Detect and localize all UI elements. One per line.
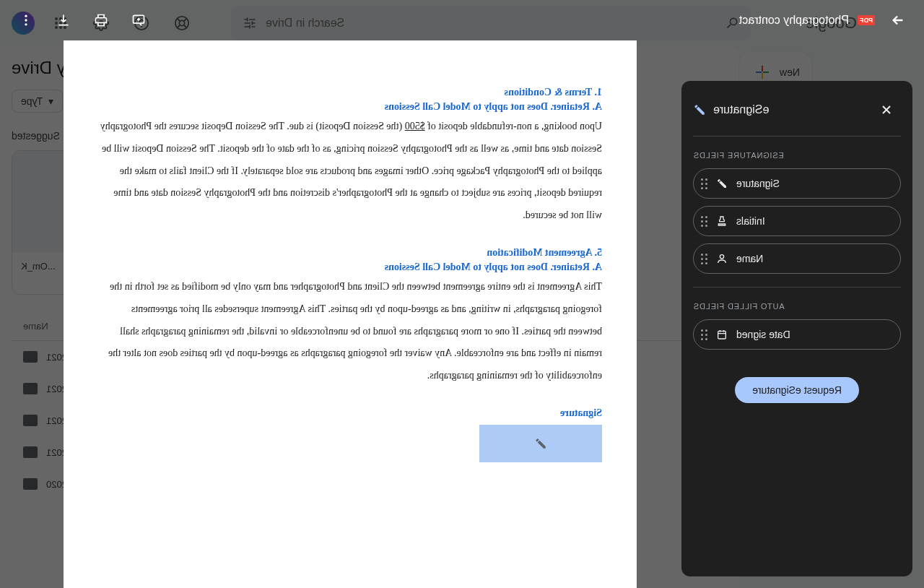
doc-heading: 5. Agreement Modification — [98, 247, 602, 259]
drag-handle-icon[interactable] — [701, 178, 707, 189]
section-label: ESIGNATURE FIELDS — [693, 151, 901, 160]
drag-handle-icon[interactable] — [701, 254, 707, 264]
drag-handle-icon[interactable] — [701, 216, 707, 227]
section-label: AUTO FILLED FIELDS — [693, 302, 901, 311]
more-icon[interactable] — [12, 6, 40, 35]
svg-rect-25 — [718, 331, 726, 339]
signature-field-placeholder[interactable] — [479, 425, 602, 462]
pdf-badge: PDF — [858, 15, 875, 25]
pen-icon — [534, 437, 547, 450]
doc-paragraph: Upon booking, a non-refundable deposit o… — [98, 116, 602, 227]
doc-subheading: A. Retainer. Does not apply to Model Cal… — [98, 101, 602, 113]
signature-label: Signature — [98, 407, 602, 419]
pdf-viewer: Photography contract PDF 1. Terms & Cond… — [0, 0, 924, 588]
panel-title: eSignature — [713, 103, 769, 116]
request-esignature-button[interactable]: Request eSignature — [735, 377, 859, 403]
doc-heading: 1. Terms & Conditions — [98, 87, 602, 98]
person-icon — [716, 253, 728, 264]
stamp-icon — [716, 215, 728, 227]
close-icon[interactable] — [872, 95, 901, 124]
viewer-title: Photography contract — [739, 14, 849, 27]
field-name[interactable]: Name — [693, 243, 901, 274]
svg-point-22 — [25, 23, 27, 25]
field-signature[interactable]: Signature — [693, 168, 901, 199]
pen-icon — [716, 178, 728, 189]
svg-point-24 — [720, 255, 723, 259]
esignature-panel: eSignature ESIGNATURE FIELDS Signature I… — [681, 81, 912, 576]
add-comment-icon[interactable] — [124, 6, 153, 35]
document-page: 1. Terms & Conditions A. Retainer. Does … — [64, 40, 637, 588]
svg-point-20 — [25, 15, 27, 17]
back-icon[interactable] — [884, 6, 912, 35]
pen-icon — [693, 103, 706, 116]
svg-point-21 — [25, 19, 27, 21]
drag-handle-icon[interactable] — [701, 329, 707, 340]
download-icon[interactable] — [49, 6, 78, 35]
viewer-header: Photography contract PDF — [0, 0, 924, 40]
doc-subheading: A. Retainer. Does not apply to Model Cal… — [98, 261, 602, 273]
field-initials[interactable]: Initials — [693, 206, 901, 236]
print-icon[interactable] — [87, 6, 116, 35]
calendar-icon — [716, 329, 728, 340]
field-date-signed[interactable]: Date signed — [693, 319, 901, 350]
doc-paragraph: This Agreement is the entire agreement b… — [98, 276, 602, 387]
